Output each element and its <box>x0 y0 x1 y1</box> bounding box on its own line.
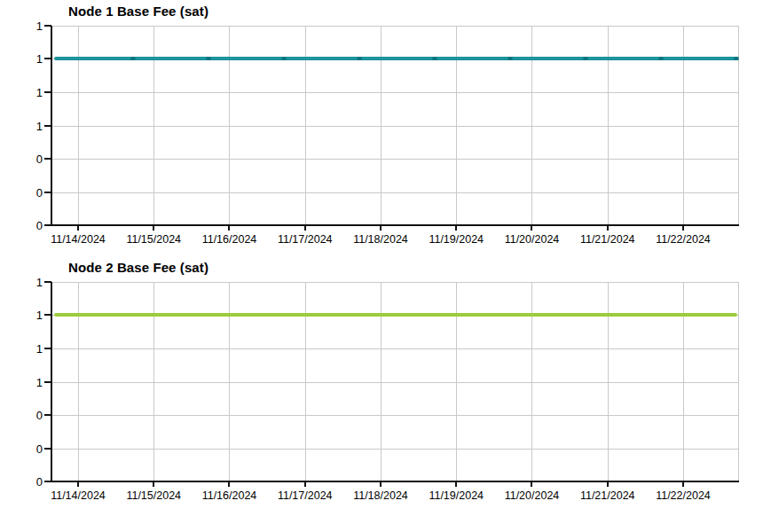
gridline-x <box>683 26 684 225</box>
y-tick-label: 1 <box>21 309 43 321</box>
x-tick-label: 11/16/2024 <box>202 233 257 246</box>
x-tick-label: 11/19/2024 <box>429 489 484 502</box>
gridline-y <box>51 415 739 416</box>
y-tick-label: 0 <box>21 153 43 164</box>
data-point-marker <box>433 57 437 60</box>
y-tick-label: 1 <box>21 53 43 65</box>
gridline-y <box>51 26 739 27</box>
data-point-marker <box>508 57 513 60</box>
y-tick-label: 0 <box>21 442 43 454</box>
x-tick-label: 11/14/2024 <box>51 233 106 246</box>
y-tick-label: 0 <box>21 220 43 231</box>
data-point-marker <box>659 57 664 60</box>
gridline-x <box>305 26 306 225</box>
chart-title: Node 2 Base Fee (sat) <box>68 260 208 275</box>
charts-canvas: Node 1 Base Fee (sat) 111100011/14/20241… <box>0 0 763 532</box>
y-tick-label: 0 <box>21 409 43 420</box>
plot-area: 111100011/14/202411/15/202411/16/202411/… <box>51 26 739 225</box>
gridline-x <box>305 282 306 481</box>
x-axis-line <box>51 224 739 226</box>
gridline-y <box>51 382 739 383</box>
gridline-x <box>381 26 382 225</box>
gridline-x <box>456 26 457 225</box>
gridline-x <box>78 26 79 225</box>
y-tick-label: 1 <box>21 376 43 387</box>
x-tick-label: 11/15/2024 <box>126 489 181 502</box>
gridline-x <box>381 282 382 481</box>
y-tick-label: 1 <box>21 86 43 98</box>
plot-right-border <box>738 282 739 481</box>
series-line-1 <box>54 57 737 60</box>
data-point-marker <box>584 57 588 60</box>
chart-node2-base-fee: Node 2 Base Fee (sat) 111100011/14/20241… <box>0 256 763 508</box>
y-tick-label: 1 <box>21 277 43 288</box>
x-tick-label: 11/18/2024 <box>353 489 408 502</box>
x-tick-label: 11/17/2024 <box>278 233 333 246</box>
gridline-y <box>51 348 739 349</box>
gridline-x <box>229 26 230 225</box>
gridline-x <box>531 282 532 481</box>
x-tick-label: 11/15/2024 <box>126 233 181 246</box>
y-tick-label: 1 <box>21 20 43 32</box>
gridline-y <box>51 92 739 93</box>
gridline-x <box>456 282 457 481</box>
data-point-marker <box>358 57 362 60</box>
x-tick-label: 11/14/2024 <box>51 489 106 502</box>
y-axis-line <box>51 26 52 225</box>
chart-title: Node 1 Base Fee (sat) <box>68 4 208 19</box>
gridline-x <box>153 282 154 481</box>
gridline-x <box>78 282 79 481</box>
gridline-x <box>683 282 684 481</box>
gridline-x <box>608 26 609 225</box>
gridline-x <box>229 282 230 481</box>
x-tick-label: 11/16/2024 <box>202 489 257 502</box>
gridline-y <box>51 126 739 127</box>
data-point-marker <box>735 57 739 60</box>
x-tick-label: 11/17/2024 <box>278 489 333 502</box>
data-point-marker <box>130 57 135 60</box>
series-line-2 <box>54 313 737 317</box>
y-tick-label: 0 <box>21 186 43 198</box>
gridline-y <box>51 192 739 193</box>
y-tick-label: 1 <box>21 120 43 131</box>
x-tick-label: 11/22/2024 <box>656 489 711 502</box>
y-tick-label: 1 <box>21 342 43 354</box>
x-axis-line <box>51 481 739 482</box>
plot-area: 111100011/14/202411/15/202411/16/202411/… <box>51 282 739 481</box>
chart-node1-base-fee: Node 1 Base Fee (sat) 111100011/14/20241… <box>0 0 763 252</box>
x-tick-label: 11/21/2024 <box>580 233 635 246</box>
x-tick-label: 11/20/2024 <box>505 233 560 246</box>
plot-right-border <box>738 26 739 225</box>
y-tick-label: 0 <box>21 476 43 488</box>
gridline-y <box>51 449 739 450</box>
x-tick-label: 11/19/2024 <box>429 233 484 246</box>
x-tick-label: 11/21/2024 <box>580 489 635 502</box>
x-tick-label: 11/22/2024 <box>656 233 711 246</box>
gridline-y <box>51 282 739 283</box>
data-point-marker <box>207 57 211 60</box>
gridline-x <box>153 26 154 225</box>
x-tick-label: 11/20/2024 <box>505 489 560 502</box>
data-point-marker <box>282 57 287 60</box>
gridline-x <box>531 26 532 225</box>
x-tick-label: 11/18/2024 <box>353 233 408 246</box>
gridline-y <box>51 159 739 160</box>
gridline-x <box>608 282 609 481</box>
y-axis-line <box>51 282 52 481</box>
